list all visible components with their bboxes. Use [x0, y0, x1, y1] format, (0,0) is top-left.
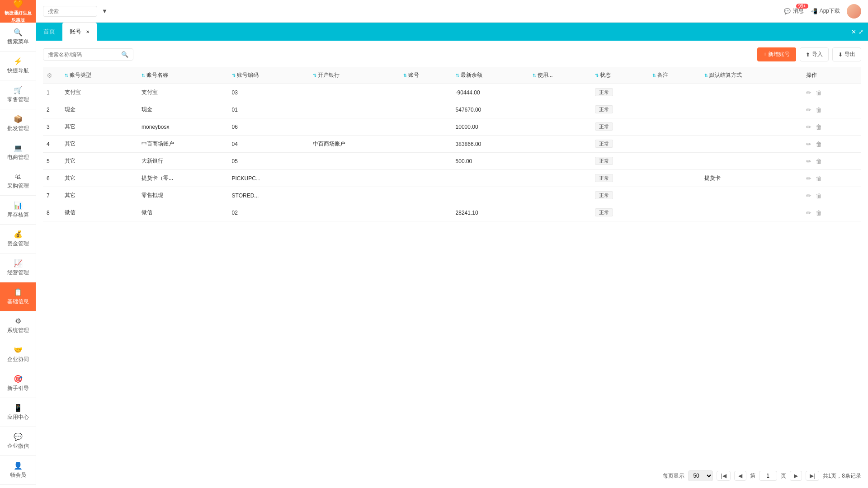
- tab-home[interactable]: 首页: [36, 23, 62, 41]
- th-name[interactable]: ⇅账号名称: [138, 67, 228, 84]
- cell-use: [529, 136, 591, 153]
- sidebar-item-retail-mgmt[interactable]: 🛒 零售管理: [0, 80, 36, 109]
- tab-expand-icon[interactable]: ⤢: [859, 28, 863, 35]
- th-use[interactable]: ⇅使用...: [529, 67, 591, 84]
- cell-use: [529, 153, 591, 170]
- delete-button[interactable]: 🗑: [816, 209, 822, 216]
- sidebar-item-ecommerce-mgmt[interactable]: 💻 电商管理: [0, 138, 36, 167]
- edit-button[interactable]: ✏: [806, 192, 811, 199]
- cell-no: 8: [43, 204, 61, 221]
- cell-no: 6: [43, 170, 61, 187]
- search-box[interactable]: 🔍: [43, 48, 133, 61]
- avatar[interactable]: [847, 4, 861, 19]
- import-button[interactable]: ⬆ 导入: [800, 47, 829, 61]
- cell-bank: 中百商场账户: [309, 136, 400, 153]
- cell-action: ✏ 🗑: [802, 136, 861, 153]
- th-type[interactable]: ⇅账号类型: [61, 67, 138, 84]
- sidebar-item-label: 应用中心: [2, 413, 33, 421]
- edit-button[interactable]: ✏: [806, 175, 811, 182]
- per-page-label: 每页显示: [663, 472, 684, 480]
- cell-balance: 10000.00: [452, 118, 529, 136]
- th-status[interactable]: ⇅状态: [591, 67, 649, 84]
- edit-button[interactable]: ✏: [806, 158, 811, 165]
- sidebar-item-system-mgmt[interactable]: ⚙ 系统管理: [0, 311, 36, 340]
- sidebar-item-enterprise-wechat[interactable]: 💬 企业微信: [0, 427, 36, 456]
- sidebar-item-label: 电商管理: [2, 154, 33, 161]
- th-balance[interactable]: ⇅最新余额: [452, 67, 529, 84]
- th-code[interactable]: ⇅账号编码: [228, 67, 310, 84]
- enterprise-wechat-icon: 💬: [2, 432, 33, 441]
- th-settings[interactable]: ⚙: [43, 67, 61, 84]
- tab-expand-controls: ✕ ⤢: [851, 28, 863, 35]
- add-account-button[interactable]: + 新增账号: [757, 47, 796, 61]
- message-button[interactable]: 💬 消息 99+: [784, 7, 804, 15]
- settings-icon[interactable]: ⚙: [47, 72, 52, 79]
- topbar-search-input[interactable]: [43, 6, 97, 17]
- th-default-payment[interactable]: ⇅默认结算方式: [701, 67, 802, 84]
- purchase-mgmt-icon: 🛍: [2, 173, 33, 181]
- th-account[interactable]: ⇅账号: [400, 67, 452, 84]
- member-icon: 👤: [2, 461, 33, 470]
- finance-mgmt-icon: 💰: [2, 230, 33, 239]
- cell-status: 正常: [591, 101, 649, 118]
- sidebar-item-basic-info[interactable]: 📋 基础信息: [0, 282, 36, 311]
- cell-account: [400, 101, 452, 118]
- page-next-button[interactable]: ▶: [790, 471, 802, 481]
- edit-button[interactable]: ✏: [806, 123, 811, 131]
- tab-close-icon[interactable]: ✕: [86, 29, 90, 34]
- search-input[interactable]: [48, 52, 118, 58]
- cell-type: 其它: [61, 118, 138, 136]
- cell-action: ✏ 🗑: [802, 118, 861, 136]
- sidebar-item-member[interactable]: 👤 畅会员: [0, 456, 36, 485]
- sidebar-item-label: 采购管理: [2, 182, 33, 190]
- tab-account[interactable]: 账号 ✕: [62, 23, 97, 41]
- table-row: 4 其它 中百商场账户 04 中百商场账户 383866.00 正常 ✏ 🗑: [43, 136, 861, 153]
- delete-button[interactable]: 🗑: [816, 175, 822, 182]
- page-prev-button[interactable]: ◀: [734, 471, 746, 481]
- delete-button[interactable]: 🗑: [816, 89, 822, 96]
- sidebar-item-new-guide[interactable]: 🎯 新手引导: [0, 369, 36, 398]
- app-download-label: App下载: [820, 7, 840, 15]
- edit-button[interactable]: ✏: [806, 141, 811, 148]
- pagination: 每页显示 50 100 |◀ ◀ 第 页 ▶ ▶| 共1页，8条记录: [43, 465, 861, 481]
- delete-button[interactable]: 🗑: [816, 158, 822, 165]
- delete-button[interactable]: 🗑: [816, 141, 822, 148]
- sidebar-item-enterprise-agreement[interactable]: 🤝 企业协同: [0, 340, 36, 369]
- sidebar-item-search-menu[interactable]: 🔍 搜索菜单: [0, 23, 36, 52]
- edit-button[interactable]: ✏: [806, 209, 811, 216]
- export-button[interactable]: ⬇ 导出: [832, 47, 861, 61]
- topbar-left: ▼: [43, 6, 108, 17]
- sidebar-item-operations-mgmt[interactable]: 📈 经营管理: [0, 253, 36, 282]
- page-last-button[interactable]: ▶|: [806, 471, 819, 481]
- table-row: 2 现金 现金 01 547670.00 正常 ✏ 🗑: [43, 101, 861, 118]
- sidebar-item-inventory[interactable]: 📊 库存核算: [0, 196, 36, 225]
- table-header-row: ⚙ ⇅账号类型 ⇅账号名称 ⇅账号编码 ⇅开户银行 ⇅账号 ⇅最新余额 ⇅使用.…: [43, 67, 861, 84]
- edit-button[interactable]: ✏: [806, 89, 811, 96]
- edit-button[interactable]: ✏: [806, 106, 811, 113]
- per-page-select[interactable]: 50 100: [688, 470, 713, 481]
- sidebar-item-purchase-mgmt[interactable]: 🛍 采购管理: [0, 167, 36, 196]
- cell-account: [400, 187, 452, 204]
- inventory-icon: 📊: [2, 201, 33, 210]
- cell-type: 其它: [61, 153, 138, 170]
- th-note[interactable]: ⇅备注: [649, 67, 701, 84]
- th-bank[interactable]: ⇅开户银行: [309, 67, 400, 84]
- delete-button[interactable]: 🗑: [816, 123, 822, 131]
- sidebar-item-finance-mgmt[interactable]: 💰 资金管理: [0, 225, 36, 253]
- th-action: 操作: [802, 67, 861, 84]
- delete-button[interactable]: 🗑: [816, 106, 822, 113]
- app-download-button[interactable]: 📲 App下载: [811, 7, 840, 15]
- cell-name: 零售抵现: [138, 187, 228, 204]
- sidebar-item-app-center[interactable]: 📱 应用中心: [0, 398, 36, 427]
- tab-close-all-icon[interactable]: ✕: [851, 28, 856, 35]
- sidebar-item-quick-nav[interactable]: ⚡ 快捷导航: [0, 52, 36, 80]
- topbar-dropdown[interactable]: ▼: [102, 8, 108, 14]
- cell-balance: 383866.00: [452, 136, 529, 153]
- sidebar-item-wholesale-mgmt[interactable]: 📦 批发管理: [0, 109, 36, 138]
- page-first-button[interactable]: |◀: [717, 471, 730, 481]
- page-input[interactable]: [759, 471, 777, 481]
- cell-bank: [309, 170, 400, 187]
- sidebar: 🧡 畅捷通好生意 乐惠版 🔍 搜索菜单 ⚡ 快捷导航 🛒 零售管理 📦 批发管理…: [0, 0, 36, 488]
- cell-name: 提货卡（零...: [138, 170, 228, 187]
- delete-button[interactable]: 🗑: [816, 192, 822, 199]
